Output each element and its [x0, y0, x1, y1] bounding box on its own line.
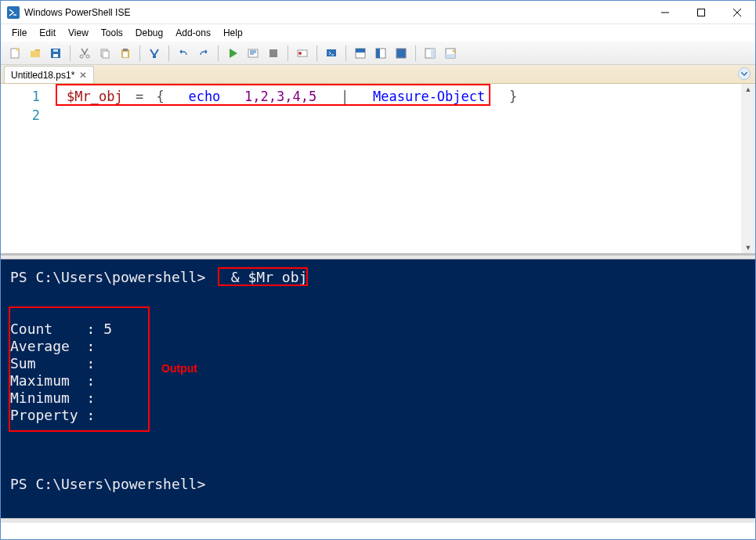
code-line: $Mr_obj = { echo 1,2,3,4,5 | Measure-Obj…	[67, 87, 741, 106]
menu-file[interactable]: File	[5, 26, 33, 40]
token-cmd: echo	[188, 89, 220, 104]
svg-rect-31	[446, 54, 455, 58]
prompt: PS C:\Users\powershell>	[10, 476, 205, 492]
toolbar-separator	[288, 45, 288, 61]
svg-rect-27	[396, 49, 406, 58]
maximize-button[interactable]	[683, 1, 719, 24]
svg-point-21	[298, 52, 302, 55]
toolbar-separator	[345, 45, 346, 61]
console-line: PS C:\Users\powershell>	[10, 476, 746, 493]
layout-side-button[interactable]	[371, 44, 390, 63]
svg-rect-19	[269, 49, 277, 57]
scroll-down-icon[interactable]: ▼	[745, 242, 752, 253]
token-brace: }	[509, 89, 517, 104]
toolbar-separator	[70, 45, 71, 61]
run-selection-button[interactable]	[244, 44, 262, 63]
svg-rect-13	[103, 51, 109, 58]
toolbar-separator	[218, 45, 219, 61]
redo-button[interactable]	[194, 44, 213, 63]
svg-rect-8	[53, 54, 58, 57]
line-number-gutter: 1 2	[1, 84, 56, 253]
show-command-button[interactable]	[441, 44, 460, 63]
menu-help[interactable]: Help	[217, 26, 249, 40]
breakpoint-button[interactable]	[293, 44, 312, 63]
new-button[interactable]	[5, 44, 24, 63]
clear-button[interactable]	[145, 44, 164, 63]
stop-button[interactable]	[264, 44, 283, 63]
tab-label: Untitled18.ps1*	[11, 70, 74, 81]
editor-scrollbar[interactable]: ▲ ▼	[741, 84, 755, 253]
svg-rect-16	[123, 52, 128, 57]
svg-rect-17	[153, 56, 156, 58]
file-tab[interactable]: Untitled18.ps1* ✕	[4, 66, 94, 83]
toolbar	[1, 42, 755, 65]
line-number: 2	[1, 106, 40, 125]
save-button[interactable]	[46, 44, 65, 63]
script-editor[interactable]: 1 2 $Mr_obj = { echo 1,2,3,4,5 | Measure…	[1, 84, 755, 255]
prompt: PS C:\Users\powershell>	[10, 269, 205, 285]
svg-point-11	[86, 55, 89, 58]
tab-close-icon[interactable]: ✕	[79, 71, 87, 80]
svg-rect-15	[123, 49, 128, 51]
console-output-line: Count : 5	[10, 321, 746, 338]
layout-full-button[interactable]	[392, 44, 411, 63]
toolbar-separator	[139, 45, 140, 61]
open-button[interactable]	[26, 44, 45, 63]
console-output-line: Average :	[10, 338, 746, 355]
tab-strip: Untitled18.ps1* ✕	[1, 65, 755, 84]
token-cmd: Measure-Object	[373, 89, 485, 104]
svg-point-10	[80, 55, 83, 58]
console-line: PS C:\Users\powershell> & $Mr_obj	[10, 269, 746, 286]
token-variable: $Mr_obj	[67, 89, 123, 104]
menu-addons[interactable]: Add-ons	[169, 26, 217, 40]
close-button[interactable]	[719, 1, 755, 24]
token-brace: {	[156, 89, 164, 104]
token-assign: =	[136, 89, 143, 104]
app-icon	[7, 6, 20, 19]
show-script-button[interactable]	[421, 44, 439, 63]
svg-rect-24	[356, 49, 365, 53]
console-output-line: Minimum :	[10, 390, 746, 407]
remote-button[interactable]	[322, 44, 341, 63]
svg-rect-22	[327, 49, 336, 56]
console-output-line: Property :	[10, 407, 746, 424]
paste-button[interactable]	[116, 44, 135, 63]
svg-rect-6	[16, 49, 19, 51]
svg-rect-26	[376, 49, 380, 58]
run-button[interactable]	[223, 44, 242, 63]
status-bar	[1, 518, 755, 523]
minimize-button[interactable]	[647, 1, 683, 24]
console-output-line: Maximum :	[10, 372, 746, 390]
line-number: 1	[1, 87, 40, 106]
collapse-script-button[interactable]	[738, 67, 751, 80]
token-pipe: |	[341, 89, 349, 104]
cut-button[interactable]	[75, 44, 94, 63]
copy-button[interactable]	[96, 44, 114, 63]
undo-button[interactable]	[174, 44, 193, 63]
toolbar-separator	[168, 45, 169, 61]
svg-rect-9	[53, 49, 58, 52]
window-title: Windows PowerShell ISE	[24, 7, 647, 18]
console-output-line: Sum :	[10, 355, 746, 372]
window-controls	[647, 1, 755, 24]
menu-tools[interactable]: Tools	[95, 26, 129, 40]
code-area[interactable]: $Mr_obj = { echo 1,2,3,4,5 | Measure-Obj…	[56, 84, 741, 253]
console-pane[interactable]: PS C:\Users\powershell> & $Mr_obj Count …	[1, 259, 755, 518]
svg-rect-2	[698, 9, 705, 16]
menu-edit[interactable]: Edit	[33, 26, 62, 40]
console-command: & $Mr_obj	[231, 269, 308, 285]
output-annotation: Output	[161, 360, 197, 377]
menu-debug[interactable]: Debug	[129, 26, 169, 40]
toolbar-separator	[415, 45, 416, 61]
toolbar-separator	[317, 45, 317, 61]
svg-rect-29	[431, 49, 435, 58]
scroll-up-icon[interactable]: ▲	[745, 84, 752, 95]
layout-top-button[interactable]	[351, 44, 370, 63]
menu-view[interactable]: View	[62, 26, 95, 40]
title-bar: Windows PowerShell ISE	[1, 1, 755, 24]
token-numbers: 1,2,3,4,5	[244, 89, 317, 104]
menu-bar: File Edit View Tools Debug Add-ons Help	[1, 24, 755, 42]
